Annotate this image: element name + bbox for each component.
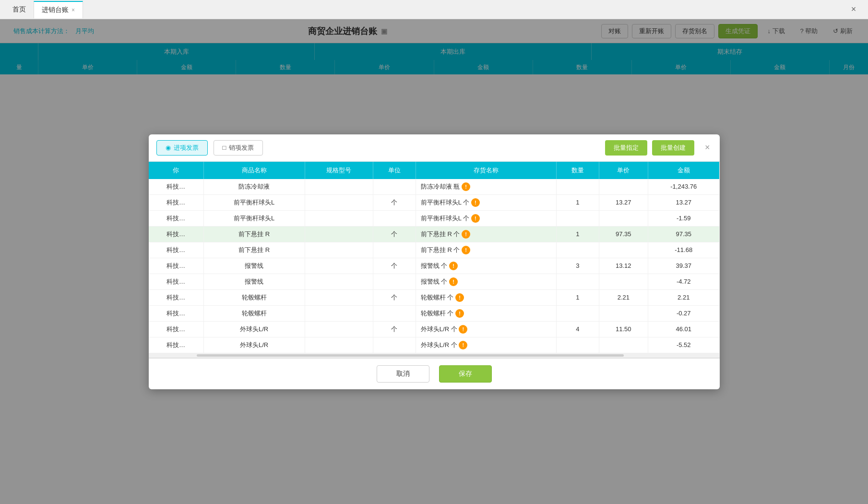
- window-close-button[interactable]: ×: [844, 0, 863, 19]
- cell-spec: [305, 242, 373, 258]
- tab-outgoing-label: 销项发票: [229, 144, 254, 152]
- cell-spec: [305, 337, 373, 353]
- cell-supplier: 科技…: [149, 289, 204, 305]
- cell-stock: 外球头L/R 个 !: [416, 337, 556, 353]
- cell-unit: [373, 179, 416, 195]
- cell-spec: [305, 258, 373, 274]
- batch-assign-button[interactable]: 批量指定: [605, 140, 647, 156]
- cell-product: 前下悬挂 R: [203, 226, 305, 242]
- cell-stock: 外球头L/R 个 !: [416, 321, 556, 337]
- col-supplier: 你: [149, 162, 204, 179]
- cell-supplier: 科技…: [149, 179, 204, 195]
- tab-bar: 首页 进销台账 × ×: [0, 0, 868, 19]
- warning-icon: !: [459, 341, 467, 349]
- cell-spec: [305, 226, 373, 242]
- cell-qty: [556, 242, 599, 258]
- cell-product: 前平衡杆球头L: [203, 194, 305, 210]
- cell-amount: -0.27: [648, 305, 719, 321]
- tab-active[interactable]: 进销台账 ×: [34, 1, 83, 18]
- cell-product: 轮毂螺杆: [203, 289, 305, 305]
- cell-product: 轮毂螺杆: [203, 305, 305, 321]
- cell-qty: [556, 274, 599, 289]
- cell-price: 97.35: [599, 226, 648, 242]
- modal-table-wrap[interactable]: 你 商品名称 规格型号 单位 存货名称 数量 单价 金额 科技… 防冻冷却液: [149, 162, 720, 353]
- cell-stock: 前平衡杆球头L 个 !: [416, 210, 556, 226]
- save-button[interactable]: 保存: [439, 365, 492, 383]
- warning-icon: !: [462, 230, 470, 239]
- table-row: 科技… 外球头L/R 外球头L/R 个 ! -5.52: [149, 337, 720, 353]
- cell-supplier: 科技…: [149, 242, 204, 258]
- cell-price: [599, 179, 648, 195]
- cell-stock: 报警线 个 !: [416, 258, 556, 274]
- cell-price: [599, 337, 648, 353]
- table-row: 科技… 前平衡杆球头L 前平衡杆球头L 个 ! -1.59: [149, 210, 720, 226]
- table-row: 科技… 报警线 报警线 个 ! -4.72: [149, 274, 720, 289]
- cell-unit: [373, 274, 416, 289]
- cell-product: 外球头L/R: [203, 337, 305, 353]
- tab-home[interactable]: 首页: [5, 1, 34, 18]
- cell-qty: 1: [556, 194, 599, 210]
- cell-spec: [305, 274, 373, 289]
- cell-supplier: 科技…: [149, 226, 204, 242]
- cell-price: [599, 242, 648, 258]
- cell-spec: [305, 194, 373, 210]
- cell-stock: 前平衡杆球头L 个 !: [416, 194, 556, 210]
- cell-amount: 2.21: [648, 289, 719, 305]
- cell-amount: 39.37: [648, 258, 719, 274]
- warning-icon: !: [449, 277, 458, 286]
- cell-supplier: 科技…: [149, 274, 204, 289]
- cell-amount: -1,243.76: [648, 179, 719, 195]
- col-price: 单价: [599, 162, 648, 179]
- cell-stock: 前下悬挂 R 个 !: [416, 226, 556, 242]
- cell-unit: 个: [373, 226, 416, 242]
- cell-amount: 46.01: [648, 321, 719, 337]
- cell-supplier: 科技…: [149, 305, 204, 321]
- cell-supplier: 科技…: [149, 258, 204, 274]
- cell-amount: -1.59: [648, 210, 719, 226]
- warning-icon: !: [471, 214, 480, 223]
- cell-amount: 97.35: [648, 226, 719, 242]
- table-row: 科技… 报警线 个 报警线 个 ! 3 13.12 39.37: [149, 258, 720, 274]
- col-amount: 金额: [648, 162, 719, 179]
- cell-stock: 轮毂螺杆 个 !: [416, 289, 556, 305]
- cancel-button[interactable]: 取消: [377, 365, 429, 383]
- outgoing-icon: □: [223, 144, 226, 151]
- tab-close-icon[interactable]: ×: [71, 7, 75, 13]
- table-row: 科技… 前下悬挂 R 前下悬挂 R 个 ! -11.68: [149, 242, 720, 258]
- cell-unit: 个: [373, 289, 416, 305]
- table-row: 科技… 前下悬挂 R 个 前下悬挂 R 个 ! 1 97.35 97.35: [149, 226, 720, 242]
- modal-header: ◉ 进项发票 □ 销项发票 批量指定 批量创建 ×: [149, 134, 720, 162]
- cell-supplier: 科技…: [149, 210, 204, 226]
- cell-price: 13.27: [599, 194, 648, 210]
- cell-spec: [305, 321, 373, 337]
- cell-spec: [305, 289, 373, 305]
- cell-supplier: 科技…: [149, 194, 204, 210]
- cell-stock: 防冻冷却液 瓶 !: [416, 179, 556, 195]
- modal-horizontal-scrollbar[interactable]: [149, 353, 720, 358]
- cell-price: 13.12: [599, 258, 648, 274]
- modal-actions: 批量指定 批量创建 ×: [605, 140, 712, 156]
- incoming-icon: ◉: [166, 144, 171, 151]
- cell-spec: [305, 305, 373, 321]
- modal-close-button[interactable]: ×: [703, 140, 712, 156]
- col-unit: 单位: [373, 162, 416, 179]
- tab-incoming-label: 进项发票: [174, 144, 199, 152]
- warning-icon: !: [455, 309, 464, 318]
- tab-incoming-invoices[interactable]: ◉ 进项发票: [156, 140, 208, 156]
- scrollbar-thumb[interactable]: [197, 354, 624, 357]
- cell-unit: [373, 210, 416, 226]
- cell-price: 2.21: [599, 289, 648, 305]
- table-row: 科技… 轮毂螺杆 轮毂螺杆 个 ! -0.27: [149, 305, 720, 321]
- modal-footer: 取消 保存: [149, 358, 720, 389]
- table-row: 科技… 防冻冷却液 防冻冷却液 瓶 ! -1,243.76: [149, 179, 720, 195]
- cell-product: 前平衡杆球头L: [203, 210, 305, 226]
- cell-stock: 前下悬挂 R 个 !: [416, 242, 556, 258]
- tab-outgoing-invoices[interactable]: □ 销项发票: [214, 140, 263, 156]
- tab-active-label: 进销台账: [42, 6, 69, 14]
- cell-product: 前下悬挂 R: [203, 242, 305, 258]
- warning-icon: !: [471, 198, 480, 207]
- cell-qty: [556, 179, 599, 195]
- cell-product: 防冻冷却液: [203, 179, 305, 195]
- batch-create-button[interactable]: 批量创建: [652, 140, 694, 156]
- cell-spec: [305, 210, 373, 226]
